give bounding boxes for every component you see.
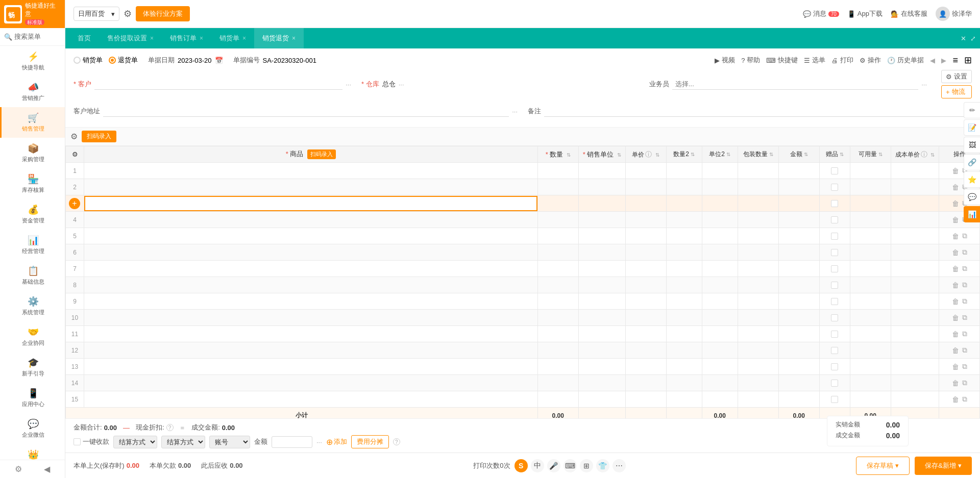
gift-checkbox[interactable]: [831, 265, 838, 272]
row-delete-btn[interactable]: 🗑: [952, 314, 959, 322]
data-cell[interactable]: [625, 310, 666, 326]
action-print[interactable]: 🖨 打印: [831, 56, 853, 65]
data-cell[interactable]: [578, 277, 625, 293]
product-cell[interactable]: [84, 277, 538, 293]
right-icon-note[interactable]: 📝: [964, 119, 980, 136]
product-cell[interactable]: [84, 228, 538, 244]
row-copy-btn[interactable]: ⧉: [962, 346, 967, 355]
sidebar-item-purchase-mgmt[interactable]: 📦 采购管理: [0, 138, 65, 168]
logistics-btn[interactable]: + 物流: [941, 85, 972, 98]
data-cell[interactable]: [666, 277, 702, 293]
data-cell[interactable]: [666, 195, 702, 212]
right-icon-link[interactable]: 🔗: [964, 154, 980, 170]
data-cell[interactable]: [578, 359, 625, 375]
app-download-btn[interactable]: 📱 App下载: [847, 9, 883, 18]
add-row-btn[interactable]: +: [69, 198, 80, 209]
data-cell[interactable]: [850, 391, 891, 408]
gift-checkbox[interactable]: [831, 184, 838, 191]
action-operate[interactable]: ⚙ 操作: [860, 56, 881, 65]
gift-checkbox[interactable]: [831, 314, 838, 321]
data-cell[interactable]: [702, 244, 738, 261]
data-cell[interactable]: [578, 391, 625, 408]
data-cell[interactable]: [738, 195, 778, 212]
data-cell[interactable]: [578, 261, 625, 277]
pack-sort-icon[interactable]: ⇅: [769, 152, 773, 157]
product-cell[interactable]: [84, 195, 538, 212]
product-cell[interactable]: [84, 359, 538, 375]
data-cell[interactable]: [702, 179, 738, 195]
data-cell[interactable]: [578, 244, 625, 261]
data-cell[interactable]: [891, 244, 939, 261]
gift-checkbox[interactable]: [831, 282, 838, 289]
tool-grid[interactable]: ⊞: [580, 459, 593, 472]
row-delete-btn[interactable]: 🗑: [952, 199, 959, 208]
view-list-icon[interactable]: ≡: [952, 55, 958, 66]
tool-zh[interactable]: 中: [531, 459, 544, 472]
data-cell[interactable]: [850, 261, 891, 277]
nav-prev-icon[interactable]: ◀: [930, 57, 935, 64]
data-cell[interactable]: [891, 228, 939, 244]
data-cell[interactable]: [738, 179, 778, 195]
data-cell[interactable]: [738, 359, 778, 375]
data-cell[interactable]: [891, 212, 939, 228]
amount-input[interactable]: [272, 436, 312, 448]
data-cell[interactable]: [625, 342, 666, 359]
data-cell[interactable]: [537, 261, 578, 277]
gift-checkbox[interactable]: [831, 200, 838, 207]
quantity-sort-icon[interactable]: ⇅: [567, 152, 571, 158]
data-cell[interactable]: [891, 375, 939, 391]
data-cell[interactable]: [666, 359, 702, 375]
data-cell[interactable]: [537, 359, 578, 375]
data-cell[interactable]: [778, 326, 819, 342]
data-cell[interactable]: [666, 375, 702, 391]
fee-split-btn[interactable]: 费用分摊: [351, 435, 389, 448]
data-cell[interactable]: [625, 244, 666, 261]
online-service-btn[interactable]: 💁 在线客服: [891, 9, 927, 18]
product-cell[interactable]: [84, 391, 538, 408]
data-cell[interactable]: [578, 195, 625, 212]
data-cell[interactable]: [850, 179, 891, 195]
tab-sales-order[interactable]: 销售订单 ×: [162, 28, 211, 48]
dots-btn[interactable]: ···: [316, 438, 322, 446]
data-cell[interactable]: [702, 326, 738, 342]
data-cell[interactable]: [537, 277, 578, 293]
row-delete-btn[interactable]: 🗑: [952, 281, 959, 289]
data-cell[interactable]: [702, 228, 738, 244]
data-cell[interactable]: [666, 293, 702, 310]
data-cell[interactable]: [850, 195, 891, 212]
account-select[interactable]: 账号: [209, 436, 250, 448]
search-menu[interactable]: 🔍 搜索菜单: [0, 28, 65, 46]
data-cell[interactable]: [891, 293, 939, 310]
tab-home[interactable]: 首页: [69, 28, 99, 48]
customer-input[interactable]: [94, 79, 342, 90]
data-cell[interactable]: [666, 342, 702, 359]
data-cell[interactable]: [702, 375, 738, 391]
data-cell[interactable]: [537, 375, 578, 391]
data-cell[interactable]: [702, 277, 738, 293]
data-cell[interactable]: [778, 261, 819, 277]
tab-close-icon[interactable]: ×: [292, 35, 296, 42]
data-cell[interactable]: [891, 310, 939, 326]
save-draft-btn[interactable]: 保存草稿 ▾: [856, 457, 910, 475]
row-copy-btn[interactable]: ⧉: [962, 330, 967, 338]
cost-sort-icon[interactable]: ⇅: [930, 152, 935, 158]
gift-checkbox[interactable]: [831, 363, 838, 370]
data-cell[interactable]: [578, 228, 625, 244]
product-cell[interactable]: [84, 326, 538, 342]
data-cell[interactable]: [702, 310, 738, 326]
data-cell[interactable]: [537, 163, 578, 179]
experience-btn[interactable]: 体验行业方案: [136, 6, 190, 21]
data-cell[interactable]: [666, 326, 702, 342]
data-cell[interactable]: [738, 277, 778, 293]
tab-close-icon[interactable]: ×: [150, 35, 154, 42]
action-select[interactable]: ☰ 选单: [804, 56, 825, 65]
row-delete-btn[interactable]: 🗑: [952, 183, 959, 191]
sidebar-item-newbie[interactable]: 🎓 新手引导: [0, 352, 65, 383]
sidebar-item-enterprise-wechat[interactable]: 💬 企业微信: [0, 413, 65, 444]
tab-sales-delivery[interactable]: 销货单 ×: [211, 28, 254, 48]
data-cell[interactable]: [666, 391, 702, 408]
row-copy-btn[interactable]: ⧉: [962, 281, 967, 289]
data-cell[interactable]: [625, 359, 666, 375]
data-cell[interactable]: [666, 310, 702, 326]
radio-return[interactable]: 退货单: [109, 56, 138, 65]
